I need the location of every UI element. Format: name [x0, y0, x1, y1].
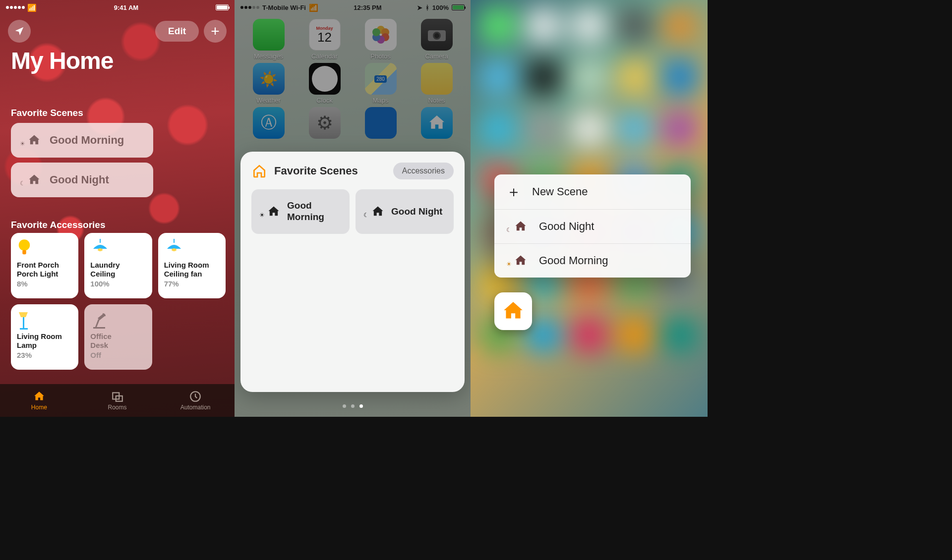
home-icon [501, 299, 526, 324]
svg-point-5 [172, 248, 177, 251]
sun-house-icon: ☀ [259, 205, 281, 219]
quick-action-new-scene[interactable]: ＋ New Scene [494, 174, 691, 210]
tab-label: Automation [180, 404, 211, 411]
svg-rect-6 [23, 317, 24, 328]
tab-bar: Home Rooms Automation [0, 384, 235, 417]
desk-lamp-icon [90, 310, 146, 331]
home-app-screen: 📶 9:41 AM Edit + My Home Favorite Scenes… [0, 0, 235, 417]
favorite-accessories-heading: Favorite Accessories [11, 220, 105, 230]
page-indicator [235, 404, 471, 408]
tab-rooms[interactable]: Rooms [78, 384, 157, 417]
quick-actions-menu: ＋ New Scene ☾ Good Night ☀ Good Morning [494, 174, 691, 278]
widget-scene-tile[interactable]: ☾ Good Night [356, 189, 454, 234]
accessory-status: 8% [17, 280, 72, 288]
page-title: My Home [11, 47, 113, 74]
scene-label: Good Night [50, 173, 109, 186]
widget-scene-tile[interactable]: ☀ Good Morning [251, 189, 350, 234]
accessory-status: 23% [17, 351, 72, 359]
automation-icon [188, 390, 202, 403]
favorite-scenes-heading: Favorite Scenes [11, 108, 83, 118]
quick-action-label: Good Morning [539, 254, 608, 267]
home-app-icon[interactable] [494, 292, 532, 330]
favorites-widget: Favorite Scenes Accessories ☀ Good Morni… [240, 152, 465, 392]
tab-home[interactable]: Home [0, 384, 78, 417]
scene-tile-good-night[interactable]: ☾ Good Night [11, 163, 153, 197]
svg-point-3 [98, 248, 103, 251]
svg-rect-1 [22, 250, 26, 255]
accessory-name: Front Porch [17, 261, 59, 269]
bulb-icon [17, 239, 72, 260]
accessories-pill[interactable]: Accessories [393, 163, 454, 179]
accessory-tile[interactable]: Living RoomCeiling fan 77% [158, 233, 226, 298]
accessory-status: Off [90, 351, 146, 359]
scene-label: Good Night [391, 206, 442, 218]
accessory-name: Office [90, 332, 112, 340]
scene-label: Good Morning [50, 134, 124, 147]
accessories-grid: Front PorchPorch Light 8% LaundryCeiling… [11, 233, 226, 370]
tab-label: Rooms [108, 404, 127, 411]
accessory-tile[interactable]: LaundryCeiling 100% [84, 233, 152, 298]
sun-house-icon: ☀ [506, 254, 528, 268]
svg-rect-4 [174, 239, 175, 243]
battery-icon [216, 4, 229, 10]
location-arrow-icon [14, 26, 25, 37]
svg-rect-2 [100, 239, 101, 243]
accessory-tile[interactable]: Living RoomLamp 23% [11, 304, 78, 370]
tab-label: Home [31, 404, 47, 411]
add-button[interactable]: + [204, 20, 227, 43]
moon-house-icon: ☾ [363, 205, 385, 219]
quick-actions-screen: ＋ New Scene ☾ Good Night ☀ Good Morning [471, 0, 708, 417]
ceiling-light-icon [164, 239, 220, 260]
plus-icon: ＋ [506, 184, 521, 199]
accessory-name: Living Room [17, 332, 62, 340]
scene-tile-good-morning[interactable]: ☀ Good Morning [11, 123, 153, 158]
status-time: 9:41 AM [114, 4, 138, 11]
quick-action-good-morning[interactable]: ☀ Good Morning [494, 244, 691, 278]
svg-rect-7 [20, 328, 28, 330]
ceiling-light-icon [90, 239, 146, 260]
wifi-icon: 📶 [27, 4, 37, 11]
accessory-status: 77% [164, 280, 220, 288]
tab-automation[interactable]: Automation [156, 384, 235, 417]
accessory-tile[interactable]: Front PorchPorch Light 8% [11, 233, 78, 298]
quick-action-label: Good Night [539, 220, 594, 233]
status-bar: 📶 9:41 AM [0, 0, 235, 15]
accessory-tile[interactable]: OfficeDesk Off [84, 304, 152, 370]
rooms-icon [111, 390, 124, 403]
home-icon [32, 390, 46, 403]
accessory-name: Laundry [90, 261, 119, 269]
floor-lamp-icon [17, 310, 72, 331]
svg-point-0 [19, 239, 30, 251]
scene-label: Good Morning [287, 200, 342, 223]
homescreen-widget-screen: T-Mobile Wi-Fi 📶 12:35 PM ➤ ᚼ 100% Messa… [235, 0, 471, 417]
accessory-name: Living Room [164, 261, 209, 269]
moon-house-icon: ☾ [20, 173, 42, 187]
quick-action-label: New Scene [532, 185, 588, 198]
plus-icon: + [211, 23, 220, 40]
quick-action-good-night[interactable]: ☾ Good Night [494, 210, 691, 244]
location-button[interactable] [8, 20, 31, 43]
sun-house-icon: ☀ [20, 133, 42, 147]
home-outline-icon [251, 163, 267, 179]
widget-title: Favorite Scenes [274, 165, 358, 177]
edit-button[interactable]: Edit [155, 21, 199, 42]
moon-house-icon: ☾ [506, 220, 528, 233]
accessory-status: 100% [90, 280, 146, 288]
